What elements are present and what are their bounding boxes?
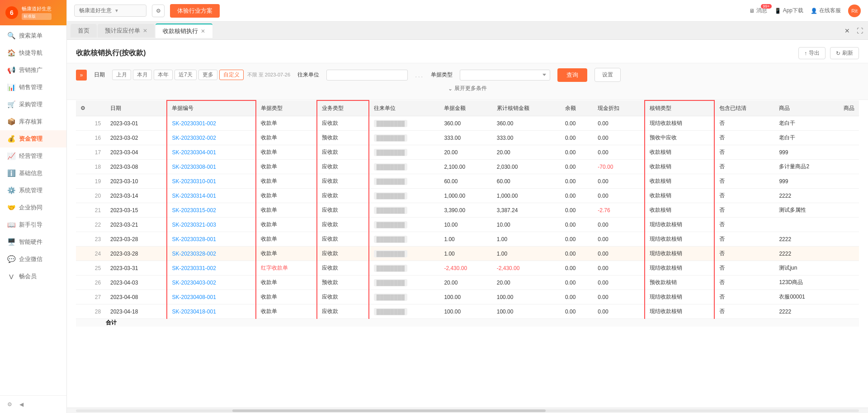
bill-no-link[interactable]: SK-20230403-002 [172, 280, 216, 286]
messages-button[interactable]: 🖥 消息 99+ [749, 7, 767, 14]
footer-partner [369, 319, 440, 327]
settings-footer-icon[interactable]: ⚙ [7, 401, 12, 408]
col-rowno-header [90, 100, 106, 116]
col-settings-header[interactable]: ⚙ [76, 100, 90, 116]
col-billtype-cell: 收款单 [256, 174, 317, 189]
hardware-icon: 🖥️ [7, 238, 15, 246]
basic-icon: ℹ️ [7, 169, 15, 177]
app-download-button[interactable]: 📱 App下载 [774, 7, 803, 14]
sidebar-item-purchase[interactable]: 🛒 采购管理 [0, 96, 66, 113]
sidebar-item-system[interactable]: ⚙️ 系统管理 [0, 182, 66, 199]
sidebar-item-inventory[interactable]: 📦 库存核算 [0, 113, 66, 130]
bill-no-link[interactable]: SK-20230301-002 [172, 120, 216, 127]
company-selector[interactable]: 畅康道好生意 ▼ [74, 5, 146, 17]
col-settings-cell [76, 174, 90, 189]
sidebar-item-hardware[interactable]: 🖥️ 智能硬件 [0, 233, 66, 251]
sidebar-item-marketing[interactable]: 📢 营销推广 [0, 62, 66, 79]
bill-no-link[interactable]: SK-20230328-001 [172, 236, 216, 242]
date-7-days-btn[interactable]: 近7天 [175, 70, 197, 80]
partner-value: ████████ [374, 207, 407, 214]
date-last-month-btn[interactable]: 上月 [112, 70, 131, 80]
footer-settings [76, 319, 106, 327]
filter-dots: ... [415, 71, 424, 79]
col-biztype-cell: 应收款 [317, 145, 369, 160]
user-avatar[interactable]: Rit [848, 5, 861, 17]
col-product1-cell: 2222 [774, 247, 839, 261]
col-rowno-cell: 28 [90, 304, 106, 319]
tab-collection[interactable]: 收款核销执行 ✕ [156, 24, 212, 38]
filter-expand-button[interactable]: » [76, 70, 87, 81]
bill-no-link[interactable]: SK-20230308-001 [172, 164, 216, 170]
partner-value: ████████ [374, 178, 407, 185]
tab-bar: 首页 预计应应付单 ✕ 收款核销执行 ✕ ✕ ⛶ [67, 22, 868, 40]
main-content: 畅康道好生意 ▼ ⚙ 体验行业方案 🖥 消息 99+ 📱 App下载 👤 在线客… [67, 0, 868, 413]
online-service-button[interactable]: 👤 在线客服 [811, 7, 841, 14]
chevron-down-icon: ⌄ [448, 85, 453, 92]
bill-no-link[interactable]: SK-20230321-003 [172, 222, 216, 228]
home-icon: 🏠 [7, 49, 15, 57]
sidebar-item-quick-nav[interactable]: 🏠 快捷导航 [0, 44, 66, 62]
collapse-icon[interactable]: ◀ [19, 401, 24, 408]
tab-receivable-close[interactable]: ✕ [143, 28, 147, 34]
tab-collection-close[interactable]: ✕ [201, 28, 205, 34]
horizontal-scrollbar[interactable] [67, 408, 868, 413]
sidebar-item-member[interactable]: V 畅会员 [0, 268, 66, 285]
col-canceltype-cell: 收款核销 [645, 203, 715, 218]
topbar-gear-button[interactable]: ⚙ [152, 5, 165, 17]
col-billtype-cell: 收款单 [256, 247, 317, 261]
col-cash-discount-header: 现金折扣 [593, 100, 644, 116]
sidebar-item-finance[interactable]: 💰 资金管理 [0, 130, 66, 147]
sidebar-item-wechat[interactable]: 💬 企业微信 [0, 251, 66, 268]
sidebar-item-sales[interactable]: 📊 销售管理 [0, 79, 66, 96]
bill-no-link[interactable]: SK-20230408-001 [172, 294, 216, 300]
col-amount-cell: 333.00 [439, 131, 492, 145]
tab-home[interactable]: 首页 [71, 24, 97, 38]
col-settings-cell [76, 218, 90, 232]
col-date-cell: 2023-03-02 [106, 131, 167, 145]
date-this-month-btn[interactable]: 本月 [133, 70, 152, 80]
partner-input[interactable] [326, 70, 408, 81]
export-button[interactable]: ↑ 导出 [798, 47, 826, 59]
app-download-label: App下载 [783, 7, 803, 14]
sidebar-item-operation[interactable]: 📈 经营管理 [0, 147, 66, 165]
bill-no-link[interactable]: SK-20230314-001 [172, 193, 216, 199]
date-custom-btn[interactable]: 自定义 [219, 70, 244, 80]
bill-no-link[interactable]: SK-20230331-002 [172, 265, 216, 271]
online-service-label: 在线客服 [819, 7, 841, 14]
sidebar-item-guide[interactable]: 📖 新手引导 [0, 216, 66, 233]
settings-button[interactable]: 设置 [594, 68, 621, 82]
more-conditions-button[interactable]: ⌄ 展开更多条件 [448, 85, 487, 92]
col-partner-cell: ████████ [369, 160, 440, 174]
bill-no-link[interactable]: SK-20230304-001 [172, 149, 216, 156]
sidebar-item-search[interactable]: 🔍 搜索菜单 [0, 27, 66, 44]
solution-button[interactable]: 体验行业方案 [170, 4, 220, 18]
col-amount-cell: 2,100.00 [439, 160, 492, 174]
sidebar-nav: 🔍 搜索菜单 🏠 快捷导航 📢 营销推广 📊 销售管理 🛒 采购管理 📦 库存核… [0, 25, 66, 395]
sidebar-item-basic[interactable]: ℹ️ 基础信息 [0, 165, 66, 182]
date-this-year-btn[interactable]: 本年 [154, 70, 173, 80]
scrollbar-thumb[interactable] [232, 409, 546, 412]
expand-window-button[interactable]: ⛶ [855, 26, 864, 35]
col-billno-cell: SK-20230321-003 [167, 218, 255, 232]
table-footer-row: 合计 [76, 319, 859, 327]
bill-no-link[interactable]: SK-20230302-002 [172, 135, 216, 141]
bill-no-link[interactable]: SK-20230310-001 [172, 178, 216, 185]
sidebar-item-enterprise[interactable]: 🤝 企业协同 [0, 199, 66, 216]
bill-type-select[interactable] [460, 70, 550, 81]
date-more-btn[interactable]: 更多 [198, 70, 217, 80]
bill-no-link[interactable]: SK-20230418-001 [172, 309, 216, 315]
table-row: 27 2023-04-08 SK-20230408-001 收款单 应收款 ██… [76, 290, 859, 304]
close-window-button[interactable]: ✕ [843, 26, 852, 35]
bill-no-link[interactable]: SK-20230315-002 [172, 207, 216, 214]
col-partner-header: 往来单位 [369, 100, 440, 116]
col-date-cell: 2023-03-15 [106, 203, 167, 218]
query-button[interactable]: 查询 [557, 68, 587, 82]
tab-receivable[interactable]: 预计应应付单 ✕ [98, 24, 155, 38]
col-product2-header: 商品 [839, 100, 859, 116]
marketing-icon: 📢 [7, 66, 15, 74]
tab-receivable-label: 预计应应付单 [105, 27, 140, 35]
search-icon: 🔍 [7, 32, 15, 40]
bill-no-link[interactable]: SK-20230328-002 [172, 251, 216, 257]
column-settings-icon[interactable]: ⚙ [80, 105, 85, 111]
refresh-button[interactable]: ↻ 刷新 [830, 47, 859, 59]
